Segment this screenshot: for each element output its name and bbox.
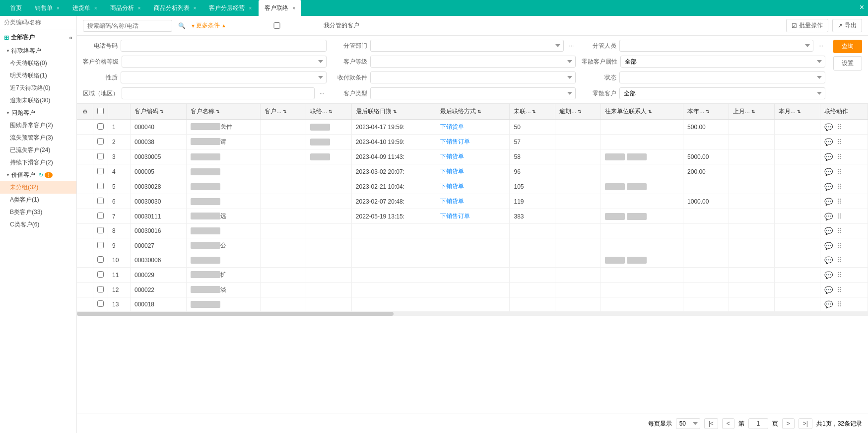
chat-icon[interactable]: 💬 bbox=[824, 153, 833, 161]
row-select-checkbox[interactable] bbox=[97, 256, 104, 263]
row-checkbox[interactable] bbox=[93, 149, 108, 164]
col-last-month[interactable]: 上月...⇅ bbox=[729, 104, 774, 120]
chat-icon[interactable]: 💬 bbox=[824, 213, 833, 220]
sidebar-group-value-header[interactable]: ▼ 价值客户 ↻ ! bbox=[0, 169, 76, 181]
row-select-checkbox[interactable] bbox=[97, 213, 104, 219]
menu-icon[interactable]: ⠿ bbox=[837, 256, 842, 264]
row-select-checkbox[interactable] bbox=[97, 123, 104, 130]
menu-icon[interactable]: ⠿ bbox=[837, 138, 842, 146]
nav-sales-order[interactable]: 销售单 × bbox=[29, 0, 66, 16]
row-checkbox[interactable] bbox=[93, 253, 108, 268]
col-name[interactable]: 客户名称⇅ bbox=[186, 104, 261, 120]
col-this-month[interactable]: 本月...⇅ bbox=[774, 104, 820, 120]
nav-product-analysis[interactable]: 商品分析 × bbox=[104, 0, 147, 16]
menu-icon[interactable]: ⠿ bbox=[837, 123, 842, 131]
nav-home[interactable]: 首页 bbox=[4, 0, 28, 16]
payment-select[interactable] bbox=[370, 72, 576, 83]
menu-icon[interactable]: ⠿ bbox=[837, 300, 842, 308]
window-close-button[interactable]: × bbox=[860, 3, 864, 12]
nav-customer-tier-close[interactable]: × bbox=[249, 5, 252, 11]
sidebar-item-class-a[interactable]: A类客户(1) bbox=[0, 194, 76, 206]
next-page-button[interactable]: > bbox=[782, 418, 795, 429]
retail-attr-select[interactable]: 全部 bbox=[620, 56, 825, 68]
prev-page-button[interactable]: < bbox=[722, 418, 734, 429]
col-contact[interactable]: 联络...⇅ bbox=[306, 104, 352, 120]
row-select-checkbox[interactable] bbox=[97, 300, 104, 307]
gender-select[interactable] bbox=[121, 72, 327, 83]
col-uncontacted[interactable]: 未联...⇅ bbox=[510, 104, 555, 120]
chat-icon[interactable]: 💬 bbox=[824, 300, 833, 308]
gear-icon[interactable]: ⚙ bbox=[81, 108, 89, 116]
region-input[interactable] bbox=[122, 87, 315, 99]
row-select-checkbox[interactable] bbox=[97, 183, 104, 189]
col-type[interactable]: 客户...⇅ bbox=[261, 104, 306, 120]
nav-purchase-order[interactable]: 进货单 × bbox=[67, 0, 103, 16]
chat-icon[interactable]: 💬 bbox=[824, 256, 833, 264]
sidebar-item-7days[interactable]: 近7天待联络(0) bbox=[0, 82, 76, 94]
row-checkbox[interactable] bbox=[93, 194, 108, 209]
sidebar-item-today[interactable]: 今天待联络(0) bbox=[0, 57, 76, 70]
nav-customer-contact-close[interactable]: × bbox=[292, 5, 295, 11]
status-select[interactable] bbox=[619, 72, 825, 83]
manager-more-icon[interactable]: ··· bbox=[816, 42, 825, 49]
menu-icon[interactable]: ⠿ bbox=[837, 168, 842, 176]
sidebar-group-problem-header[interactable]: ▼ 问题客户 bbox=[0, 107, 76, 119]
row-checkbox[interactable] bbox=[93, 297, 108, 312]
col-overdue[interactable]: 逾期...⇅ bbox=[555, 104, 601, 120]
row-checkbox[interactable] bbox=[93, 238, 108, 253]
sidebar-search-input[interactable] bbox=[4, 19, 77, 26]
row-checkbox[interactable] bbox=[93, 268, 108, 283]
row-checkbox[interactable] bbox=[93, 209, 108, 224]
chat-icon[interactable]: 💬 bbox=[824, 286, 833, 294]
select-all-checkbox[interactable] bbox=[97, 108, 104, 114]
sidebar-item-churn-warning[interactable]: 流失预警客户(3) bbox=[0, 132, 76, 144]
horizontal-scrollbar[interactable] bbox=[77, 312, 868, 316]
menu-icon[interactable]: ⠿ bbox=[837, 183, 842, 191]
chat-icon[interactable]: 💬 bbox=[824, 242, 833, 250]
search-icon[interactable]: 🔍 bbox=[178, 22, 186, 29]
checkbox-col-header[interactable] bbox=[93, 104, 108, 120]
sidebar-item-declining[interactable]: 持续下滑客户(2) bbox=[0, 156, 76, 169]
row-checkbox[interactable] bbox=[93, 224, 108, 238]
chat-icon[interactable]: 💬 bbox=[824, 168, 833, 176]
chat-icon[interactable]: 💬 bbox=[824, 227, 833, 235]
my-customers-checkbox[interactable] bbox=[232, 22, 322, 29]
sidebar-item-overdue[interactable]: 逾期未联络(30) bbox=[0, 94, 76, 107]
reset-button[interactable]: 设置 bbox=[833, 56, 862, 71]
menu-icon[interactable]: ⠿ bbox=[837, 286, 842, 294]
nav-product-analysis-close[interactable]: × bbox=[138, 5, 141, 11]
row-select-checkbox[interactable] bbox=[97, 168, 104, 174]
dept-more-icon[interactable]: ··· bbox=[567, 42, 576, 49]
page-size-select[interactable]: 50 20 100 bbox=[676, 418, 700, 429]
retail-customer-select[interactable]: 全部 bbox=[619, 87, 825, 99]
last-method-link[interactable]: 下销售订单 bbox=[440, 213, 470, 219]
row-select-checkbox[interactable] bbox=[97, 227, 104, 233]
chat-icon[interactable]: 💬 bbox=[824, 198, 833, 206]
menu-icon[interactable]: ⠿ bbox=[837, 242, 842, 250]
sidebar-item-class-b[interactable]: B类客户(33) bbox=[0, 206, 76, 218]
export-button[interactable]: ↗ 导出 bbox=[832, 19, 862, 32]
row-select-checkbox[interactable] bbox=[97, 242, 104, 248]
refresh-icon[interactable]: ↻ bbox=[39, 172, 43, 178]
more-conditions-button[interactable]: ▾ 更多条件 ▲ bbox=[192, 21, 226, 30]
page-number-input[interactable] bbox=[748, 418, 768, 429]
sidebar-item-lost[interactable]: 已流失客户(24) bbox=[0, 144, 76, 156]
sidebar-item-abnormal[interactable]: 囤购异常客户(2) bbox=[0, 119, 76, 132]
nav-product-analysis-list-close[interactable]: × bbox=[194, 5, 197, 11]
batch-ops-button[interactable]: ☑ 批量操作 bbox=[786, 19, 828, 32]
nav-customer-contact[interactable]: 客户联络 × bbox=[259, 0, 301, 16]
sidebar-item-tomorrow[interactable]: 明天待联络(1) bbox=[0, 70, 76, 82]
menu-icon[interactable]: ⠿ bbox=[837, 227, 842, 235]
row-checkbox[interactable] bbox=[93, 120, 108, 135]
nav-sales-order-close[interactable]: × bbox=[57, 5, 60, 11]
scrollbar-thumb[interactable] bbox=[77, 312, 394, 316]
row-select-checkbox[interactable] bbox=[97, 286, 104, 292]
row-checkbox[interactable] bbox=[93, 179, 108, 194]
row-select-checkbox[interactable] bbox=[97, 153, 104, 159]
last-method-link[interactable]: 下销货单 bbox=[440, 198, 464, 205]
customer-type-select[interactable] bbox=[370, 87, 576, 99]
manager-select[interactable] bbox=[619, 40, 813, 52]
region-more-icon[interactable]: ··· bbox=[318, 90, 327, 97]
price-level-select[interactable] bbox=[122, 56, 327, 68]
col-last-date[interactable]: 最后联络日期⇅ bbox=[351, 104, 436, 120]
